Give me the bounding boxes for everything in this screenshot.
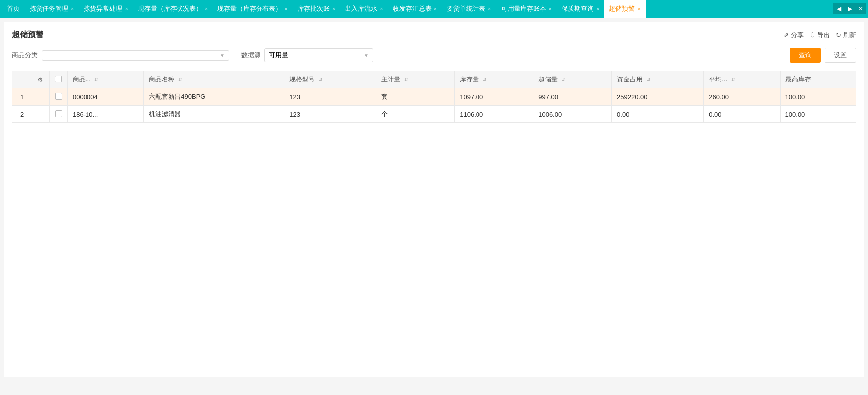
filter-actions: 查询 设置 xyxy=(790,48,856,63)
share-icon: ⇗ xyxy=(783,31,789,39)
row-actions xyxy=(32,88,50,106)
data-table: ⚙ 商品... ⇵ 商品名称 ⇵ 规格型号 ⇵ 主计量 ⇵ 库存量 ⇵ 超储量 … xyxy=(12,71,856,123)
sort-icon-3: ⇵ xyxy=(319,77,323,82)
nav-item------[interactable]: 库存批次账× xyxy=(293,0,340,18)
col-product-name: 商品名称 ⇵ xyxy=(144,71,284,88)
export-button[interactable]: ⇩ 导出 xyxy=(810,31,830,40)
nav-label: 首页 xyxy=(7,4,20,13)
datasource-value: 可用量 xyxy=(269,51,288,60)
cell-over-stock: 997.00 xyxy=(533,88,612,106)
nav-item-----[interactable]: 超储预警× xyxy=(604,0,645,18)
nav-item--------[interactable]: 可用量库存账本× xyxy=(496,0,557,18)
category-filter: 商品分类 ▼ xyxy=(12,50,229,61)
gear-header: ⚙ xyxy=(32,71,50,88)
close-icon[interactable]: × xyxy=(125,6,128,12)
table-row: 1 0000004 六配套新昌490BPG 123 套 1097.00 997.… xyxy=(12,88,856,106)
export-icon: ⇩ xyxy=(810,31,815,39)
row-checkbox[interactable] xyxy=(55,93,62,100)
nav-item-------[interactable]: 拣货任务管理× xyxy=(25,0,79,18)
checkbox-header xyxy=(50,71,68,88)
nav-label: 库存批次账 xyxy=(298,4,330,13)
nav-prev-button[interactable]: ◀ xyxy=(833,3,844,14)
cell-stock: 1106.00 xyxy=(455,106,533,123)
close-icon[interactable]: × xyxy=(637,6,640,12)
share-button[interactable]: ⇗ 分享 xyxy=(783,31,804,40)
nav-label: 拣货任务管理 xyxy=(30,4,68,13)
nav-label: 可用量库存账本 xyxy=(501,4,546,13)
col-max-stock: 最高库存 xyxy=(780,71,856,88)
table-row: 2 186-10... 机油滤清器 123 个 1106.00 1006.00 … xyxy=(12,106,856,123)
nav-item------[interactable]: 出入库流水× xyxy=(340,0,388,18)
col-avg: 平均... ⇵ xyxy=(704,71,780,88)
page-title: 超储预警 xyxy=(12,30,43,40)
close-icon[interactable]: × xyxy=(205,6,208,12)
nav-item---[interactable]: 首页 xyxy=(2,0,25,18)
nav-item-------[interactable]: 拣货异常处理× xyxy=(79,0,132,18)
nav-item-----------[interactable]: 现存量（库存状况表）× xyxy=(133,0,213,18)
nav-label: 现存量（库存分布表） xyxy=(217,4,282,13)
close-icon[interactable]: × xyxy=(284,6,287,12)
sort-icon-6: ⇵ xyxy=(562,77,565,82)
category-select[interactable]: ▼ xyxy=(42,50,229,61)
datasource-filter: 数据源 可用量 ▼ xyxy=(241,48,373,62)
cell-over-stock: 1006.00 xyxy=(533,106,612,123)
close-icon[interactable]: × xyxy=(380,6,383,12)
cell-avg: 260.00 xyxy=(704,88,780,106)
cell-max-stock: 100.00 xyxy=(780,88,856,106)
nav-item-----------[interactable]: 现存量（库存分布表）× xyxy=(213,0,292,18)
row-index: 1 xyxy=(12,88,32,106)
sort-icon-8: ⇵ xyxy=(731,77,735,82)
nav-label: 拣货异常处理 xyxy=(84,4,122,13)
nav-label: 现存量（库存状况表） xyxy=(138,4,202,13)
nav-label: 收发存汇总表 xyxy=(393,4,432,13)
close-icon[interactable]: × xyxy=(434,6,437,12)
col-index-header xyxy=(12,71,32,88)
settings-button[interactable]: 设置 xyxy=(825,48,856,63)
row-checkbox[interactable] xyxy=(55,110,62,117)
nav-label: 要货单统计表 xyxy=(447,4,485,13)
col-product-code: 商品... ⇵ xyxy=(68,71,144,88)
query-button[interactable]: 查询 xyxy=(790,48,821,63)
cell-max-stock: 100.00 xyxy=(780,106,856,123)
nav-label: 保质期查询 xyxy=(562,4,594,13)
filter-row: 商品分类 ▼ 数据源 可用量 ▼ 查询 设置 xyxy=(12,48,856,63)
page-header: 超储预警 ⇗ 分享 ⇩ 导出 ↻ 刷新 xyxy=(12,30,856,40)
col-over-stock: 超储量 ⇵ xyxy=(533,71,612,88)
cell-stock: 1097.00 xyxy=(455,88,533,106)
header-actions: ⇗ 分享 ⇩ 导出 ↻ 刷新 xyxy=(783,31,856,40)
nav-item------[interactable]: 保质期查询× xyxy=(557,0,604,18)
nav-item-------[interactable]: 收发存汇总表× xyxy=(388,0,442,18)
nav-arrows: ◀ ▶ ✕ xyxy=(833,3,866,14)
cell-spec: 123 xyxy=(284,106,376,123)
nav-label: 超储预警 xyxy=(609,4,635,13)
settings-gear-icon[interactable]: ⚙ xyxy=(37,76,43,83)
close-icon[interactable]: × xyxy=(549,6,552,12)
col-unit: 主计量 ⇵ xyxy=(376,71,455,88)
row-actions xyxy=(32,106,50,123)
sort-icon-7: ⇵ xyxy=(647,77,651,82)
col-stock: 库存量 ⇵ xyxy=(455,71,533,88)
cell-spec: 123 xyxy=(284,88,376,106)
table-header-row: ⚙ 商品... ⇵ 商品名称 ⇵ 规格型号 ⇵ 主计量 ⇵ 库存量 ⇵ 超储量 … xyxy=(12,71,856,88)
cell-product-name: 六配套新昌490BPG xyxy=(144,88,284,106)
category-label: 商品分类 xyxy=(12,51,38,60)
sort-icon-4: ⇵ xyxy=(404,77,408,82)
nav-item-------[interactable]: 要货单统计表× xyxy=(442,0,496,18)
close-icon[interactable]: × xyxy=(596,6,599,12)
row-index: 2 xyxy=(12,106,32,123)
close-icon[interactable]: × xyxy=(488,6,491,12)
cell-capital: 0.00 xyxy=(612,106,704,123)
refresh-button[interactable]: ↻ 刷新 xyxy=(836,31,856,40)
close-icon[interactable]: × xyxy=(332,6,335,12)
row-checkbox-cell xyxy=(50,106,68,123)
cell-product-code: 186-10... xyxy=(68,106,144,123)
top-navigation: 首页拣货任务管理×拣货异常处理×现存量（库存状况表）×现存量（库存分布表）×库存… xyxy=(0,0,868,18)
nav-next-button[interactable]: ▶ xyxy=(844,3,855,14)
chevron-down-icon-2: ▼ xyxy=(364,53,369,58)
datasource-select[interactable]: 可用量 ▼ xyxy=(264,48,373,62)
nav-close-button[interactable]: ✕ xyxy=(855,3,866,14)
close-icon[interactable]: × xyxy=(71,6,74,12)
cell-unit: 套 xyxy=(376,88,455,106)
header-checkbox[interactable] xyxy=(55,76,62,82)
refresh-icon: ↻ xyxy=(836,31,841,39)
